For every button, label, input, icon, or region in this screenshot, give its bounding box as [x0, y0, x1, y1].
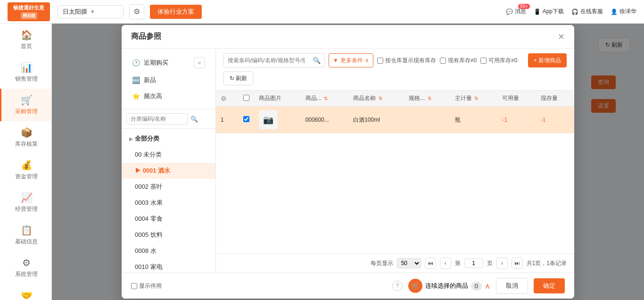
th-image: 商品图片	[254, 91, 301, 107]
sidebar: 🏠 首页 📊 销售管理 🛒 采购管理 📦 库存核算 💰 资金管理 📈 经营管理 …	[0, 24, 52, 300]
th-code[interactable]: 商品... ⇅	[301, 91, 349, 107]
inventory-icon: 📦	[21, 127, 33, 138]
quick-item-new[interactable]: 🆕 新品	[126, 72, 211, 88]
page-label2: 页	[487, 259, 493, 267]
row-checkbox[interactable]	[239, 107, 254, 133]
per-page-select[interactable]: 50 100 200	[397, 258, 421, 268]
sidebar-item-system[interactable]: ⚙ 系统管理	[0, 251, 51, 284]
th-spec[interactable]: 规格... ⇅	[404, 91, 450, 107]
page-number-input[interactable]	[464, 258, 483, 268]
collapse-button[interactable]: «	[194, 57, 205, 68]
navbar: 畅捷通好生意 精品版 日太阳膜 ▾ ⚙ 体验行业方案 💬 消息 99+ 📱 Ap…	[0, 0, 644, 24]
categories-list: ▶ 全部分类 00 未分类 ▶ 0001 酒水 0002	[122, 129, 215, 273]
category-water-label: 0008 水	[135, 247, 157, 254]
category-water[interactable]: 0008 水	[122, 243, 215, 259]
product-search-button[interactable]: 🔍	[309, 57, 324, 64]
user-item[interactable]: 👤 徐泽华	[611, 8, 636, 16]
row-num: 1	[216, 107, 239, 133]
product-table: ⚙ 商品图片 商品... ⇅ 商品名称 ⇅ 规格... ⇅ 主计量 ⇅ 可用量	[216, 91, 574, 133]
quick-items-list: 🕐 近期购买 « 🆕 新品 ⭐ 频次高	[126, 53, 211, 104]
cart-icon[interactable]: 🛒	[408, 279, 422, 293]
product-search-input[interactable]	[224, 57, 309, 64]
th-name[interactable]: 商品名称 ⇅	[348, 91, 404, 107]
category-fruit[interactable]: 0003 水果	[122, 195, 215, 211]
new-icon: 🆕	[132, 76, 140, 84]
total-info: 共1页，1条记录	[527, 259, 567, 267]
modal-close-button[interactable]: ✕	[558, 33, 565, 41]
first-page-button[interactable]: ⏮	[425, 258, 436, 269]
sidebar-item-finance[interactable]: 💰 资金管理	[0, 154, 51, 186]
settings-icon[interactable]: ⚙	[129, 4, 144, 19]
checkbox-stock-input[interactable]	[440, 58, 446, 64]
sidebar-item-inventory[interactable]: 📦 库存核算	[0, 121, 51, 154]
service-label: 在线客服	[580, 8, 603, 16]
category-drink[interactable]: 0005 饮料	[122, 227, 215, 243]
show-disabled-input[interactable]	[131, 283, 137, 289]
category-search-input[interactable]	[126, 113, 188, 125]
help-button[interactable]: ?	[392, 281, 403, 291]
prev-page-button[interactable]: ‹	[440, 258, 451, 269]
checkbox-available[interactable]: 可用库存≠0	[480, 57, 517, 65]
checkbox-stock[interactable]: 现有库存≠0	[440, 57, 477, 65]
sidebar-item-purchase[interactable]: 🛒 采购管理	[0, 89, 51, 121]
modal-title: 商品参照	[131, 32, 161, 42]
confirm-button[interactable]: 确定	[534, 278, 565, 293]
sidebar-label-management: 经营管理	[15, 205, 38, 213]
sidebar-item-home[interactable]: 🏠 首页	[0, 24, 51, 56]
refresh-button[interactable]: ↻ 刷新	[223, 71, 253, 85]
cancel-button[interactable]: 取消	[496, 278, 528, 294]
checkbox-warehouse-label: 按仓库显示现有库存	[385, 57, 436, 65]
category-liquor[interactable]: ▶ 0001 酒水	[122, 163, 215, 179]
table-row[interactable]: 1 📷 000600... 白酒100ml 瓶	[216, 107, 574, 133]
filter-more-button[interactable]: ▼ 更多条件 ∧	[329, 53, 373, 67]
category-search-icon[interactable]: 🔍	[190, 116, 198, 123]
logo: 畅捷通好生意 精品版	[8, 2, 50, 21]
home-icon: 🏠	[21, 29, 33, 41]
checkbox-warehouse-input[interactable]	[377, 58, 383, 64]
select-all-checkbox[interactable]	[243, 95, 249, 101]
cart-section: 🛒 连续选择的商品 0 ∧	[408, 279, 490, 293]
sidebar-item-sales[interactable]: 📊 销售管理	[0, 56, 51, 89]
store-selector[interactable]: 日太阳膜 ▾	[58, 5, 124, 18]
app-download-item[interactable]: 📱 App下载	[534, 8, 564, 16]
category-snack[interactable]: 0004 零食	[122, 211, 215, 227]
sidebar-item-management[interactable]: 📈 经营管理	[0, 186, 51, 219]
row-select-checkbox[interactable]	[243, 116, 249, 122]
show-disabled-checkbox[interactable]: 显示停用	[131, 282, 162, 290]
sidebar-item-enterprise[interactable]: 🤝 企业协同	[0, 284, 51, 300]
sales-icon: 📊	[21, 62, 33, 73]
collapse-cart-icon[interactable]: ∧	[485, 282, 490, 291]
quick-item-recent[interactable]: 🕐 近期购买 «	[126, 53, 211, 72]
message-item[interactable]: 💬 消息 99+	[506, 8, 526, 16]
user-name: 徐泽华	[619, 8, 636, 16]
app-label: App下载	[543, 8, 564, 16]
checkbox-warehouse[interactable]: 按仓库显示现有库存	[377, 57, 436, 65]
sidebar-item-basic[interactable]: 📋 基础信息	[0, 219, 51, 251]
navbar-right: 💬 消息 99+ 📱 App下载 🎧 在线客服 👤 徐泽华	[506, 8, 636, 16]
modal-header: 商品参照 ✕	[122, 25, 574, 49]
th-settings[interactable]: ⚙	[216, 91, 239, 107]
sidebar-label-finance: 资金管理	[15, 173, 38, 181]
per-page-label: 每页显示	[371, 259, 393, 267]
next-page-button[interactable]: ›	[496, 258, 508, 269]
quick-item-frequent[interactable]: ⭐ 频次高	[126, 88, 211, 104]
modal-footer: 显示停用 ? 🛒 连续选择的商品 0 ∧ 取消 确定	[122, 273, 574, 299]
chevron-down-icon: ▾	[91, 8, 94, 15]
category-uncategorized[interactable]: 00 未分类	[122, 147, 215, 163]
category-appliance[interactable]: 0010 家电	[122, 259, 215, 273]
checkbox-available-input[interactable]	[480, 58, 487, 64]
add-product-button[interactable]: + 新增商品	[528, 53, 567, 67]
category-tea[interactable]: 0002 茶叶	[122, 179, 215, 195]
th-unit[interactable]: 主计量 ⇅	[450, 91, 498, 107]
last-page-button[interactable]: ⏭	[512, 258, 523, 269]
th-checkbox[interactable]	[239, 91, 254, 107]
category-search-bar: 🔍	[122, 109, 215, 129]
category-all-label: 全部分类	[135, 134, 159, 143]
product-reference-modal: 商品参照 ✕ 🕐 近期购买 «	[122, 25, 574, 299]
phone-icon: 📱	[534, 8, 541, 15]
trial-button[interactable]: 体验行业方案	[150, 5, 202, 19]
category-all[interactable]: ▶ 全部分类	[122, 131, 215, 147]
content-area: 查询 设置 ↻ 刷新 商品参照 ✕ 🕐	[52, 24, 644, 300]
recent-icon: 🕐	[132, 59, 140, 67]
service-item[interactable]: 🎧 在线客服	[571, 8, 603, 16]
